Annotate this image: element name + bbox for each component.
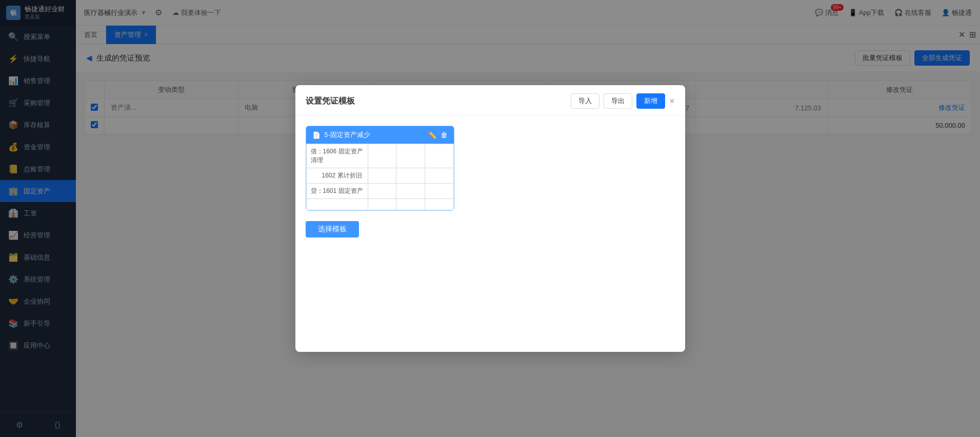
- modal-title: 设置凭证模板: [306, 96, 355, 107]
- credit-type-1: 贷：1601 固定资产: [306, 184, 368, 199]
- template-row-credit-1: 贷：1601 固定资产: [306, 184, 453, 199]
- modal-header-actions: 导入 导出 新增 ×: [571, 93, 675, 109]
- template-table: 借：1606 固定资产清理 1602 累计折旧: [306, 144, 454, 210]
- modal-body: 📄 5-固定资产减少 ✏️ 🗑 借：1606 固定资产清理: [295, 115, 685, 321]
- credit-val-1a: [368, 184, 396, 199]
- template-edit-icon[interactable]: ✏️: [428, 131, 436, 139]
- template-body: 借：1606 固定资产清理 1602 累计折旧: [306, 144, 454, 210]
- template-name: 5-固定资产减少: [325, 130, 371, 140]
- template-card-header: 📄 5-固定资产减少 ✏️ 🗑: [306, 126, 454, 144]
- template-doc-icon: 📄: [312, 131, 321, 139]
- export-button[interactable]: 导出: [604, 93, 632, 109]
- template-delete-icon[interactable]: 🗑: [441, 131, 448, 139]
- debit-type-1: 借：1606 固定资产清理: [306, 144, 368, 168]
- new-button[interactable]: 新增: [636, 93, 665, 109]
- modal-set-voucher-template: 设置凭证模板 导入 导出 新增 × 📄 5-固定资产减少 ✏️ 🗑: [295, 85, 685, 352]
- modal-header: 设置凭证模板 导入 导出 新增 ×: [295, 85, 685, 115]
- modal-overlay: 设置凭证模板 导入 导出 新增 × 📄 5-固定资产减少 ✏️ 🗑: [0, 0, 980, 437]
- select-template-button[interactable]: 选择模板: [306, 221, 359, 237]
- credit-val-1b: [396, 184, 425, 199]
- debit-val-1a: [368, 144, 396, 168]
- credit-val-1c: [425, 184, 453, 199]
- debit-val-2a: [368, 168, 396, 184]
- debit-val-2c: [425, 168, 453, 184]
- template-row-debit-1: 借：1606 固定资产清理: [306, 144, 453, 168]
- debit-val-1c: [425, 144, 453, 168]
- modal-close-icon[interactable]: ×: [669, 96, 675, 107]
- import-button[interactable]: 导入: [571, 93, 599, 109]
- debit-val-2b: [396, 168, 425, 184]
- debit-val-1b: [396, 144, 425, 168]
- template-row-empty: [306, 199, 453, 210]
- debit-type-2: 1602 累计折旧: [306, 168, 368, 184]
- template-card: 📄 5-固定资产减少 ✏️ 🗑 借：1606 固定资产清理: [306, 126, 454, 211]
- template-row-debit-2: 1602 累计折旧: [306, 168, 453, 184]
